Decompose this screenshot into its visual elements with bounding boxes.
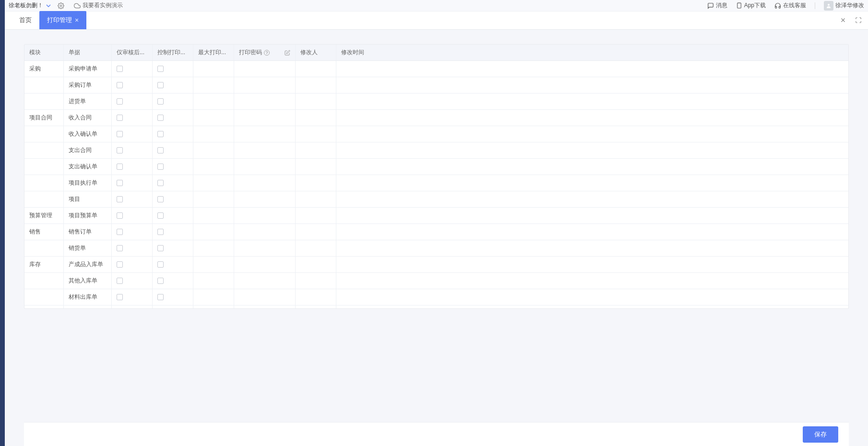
checkbox[interactable] [157, 245, 164, 251]
close-icon[interactable]: × [75, 17, 79, 23]
checkbox[interactable] [117, 294, 123, 300]
checkbox[interactable] [117, 229, 123, 235]
checkbox[interactable] [117, 261, 123, 268]
cell-checkbox [112, 257, 153, 272]
checkbox[interactable] [117, 278, 123, 284]
demo-link[interactable]: 我要看实例演示 [74, 1, 123, 10]
cell-doc: 采购订单 [64, 77, 112, 93]
cell-checkbox [153, 208, 193, 223]
cell-empty [296, 257, 336, 272]
checkbox[interactable] [157, 212, 164, 219]
checkbox[interactable] [117, 66, 123, 72]
cell-checkbox [112, 273, 153, 289]
th-print-password-label: 打印密码 [239, 48, 262, 57]
app-download-label: App下载 [744, 1, 766, 10]
cell-module [24, 159, 64, 175]
online-support-link[interactable]: 在线客服 [774, 1, 806, 10]
cell-empty [193, 142, 234, 158]
tab-home[interactable]: 首页 [12, 11, 39, 29]
cell-checkbox [112, 305, 153, 308]
cell-checkbox [153, 240, 193, 256]
th-modify-time: 修改时间 [336, 45, 848, 60]
cell-empty [193, 191, 234, 207]
tab-home-label: 首页 [19, 16, 32, 24]
svg-rect-1 [737, 3, 741, 8]
checkbox[interactable] [117, 212, 123, 219]
checkbox[interactable] [117, 147, 123, 153]
checkbox[interactable] [117, 180, 123, 186]
cell-checkbox [112, 61, 153, 77]
cell-module [24, 175, 64, 191]
checkbox[interactable] [157, 131, 164, 137]
message-icon [707, 2, 714, 9]
cell-empty [193, 110, 234, 126]
cell-module: 项目合同 [24, 110, 64, 126]
cell-checkbox [112, 175, 153, 191]
cell-module [24, 142, 64, 158]
cell-checkbox [112, 77, 153, 93]
checkbox[interactable] [157, 164, 164, 170]
x-icon [840, 17, 846, 23]
app-download-link[interactable]: App下载 [736, 1, 766, 10]
user-name: 徐泽华修改 [835, 1, 864, 10]
org-selector[interactable]: 徐老板勿删！ [9, 1, 51, 10]
edit-icon[interactable] [285, 50, 290, 56]
cell-empty [336, 305, 848, 308]
user-menu[interactable]: 徐泽华修改 [824, 1, 864, 11]
gear-icon[interactable] [58, 2, 64, 9]
cell-empty [336, 208, 848, 223]
checkbox[interactable] [157, 294, 164, 300]
checkbox[interactable] [117, 115, 123, 121]
checkbox[interactable] [157, 261, 164, 268]
cell-empty [336, 159, 848, 175]
checkbox[interactable] [157, 147, 164, 153]
cell-checkbox [112, 142, 153, 158]
cell-empty [234, 77, 296, 93]
table-row: 销售销售订单 [24, 224, 848, 240]
cell-empty [296, 159, 336, 175]
checkbox[interactable] [157, 66, 164, 72]
help-icon[interactable]: ? [264, 50, 270, 56]
table-row: 采购采购申请单 [24, 61, 848, 77]
th-max-print: 最大打印... [193, 45, 234, 60]
cell-empty [296, 191, 336, 207]
close-all-tabs-button[interactable] [838, 15, 848, 25]
fullscreen-button[interactable] [854, 15, 863, 25]
cell-doc: 材料出库单 [64, 289, 112, 305]
cell-checkbox [153, 159, 193, 175]
messages-label: 消息 [716, 1, 727, 10]
cell-doc: 销售订单 [64, 224, 112, 240]
cell-empty [234, 94, 296, 109]
tab-print-management[interactable]: 打印管理 × [39, 11, 86, 29]
checkbox[interactable] [117, 196, 123, 202]
checkbox[interactable] [117, 131, 123, 137]
cell-empty [234, 208, 296, 223]
cell-checkbox [153, 191, 193, 207]
cell-empty [193, 257, 234, 272]
chevron-down-icon [46, 3, 51, 8]
checkbox[interactable] [117, 98, 123, 105]
th-control-print: 控制打印... [153, 45, 193, 60]
print-settings-table: 模块 单据 仅审核后... 控制打印... 最大打印... 打印密码 ? 修改人… [24, 44, 849, 309]
cell-doc: 收入合同 [64, 110, 112, 126]
messages-link[interactable]: 消息 [707, 1, 727, 10]
checkbox[interactable] [157, 180, 164, 186]
footer: 保存 [24, 422, 849, 446]
checkbox[interactable] [157, 229, 164, 235]
checkbox[interactable] [157, 82, 164, 88]
th-doc: 单据 [64, 45, 112, 60]
checkbox[interactable] [157, 278, 164, 284]
checkbox[interactable] [117, 82, 123, 88]
cell-module [24, 126, 64, 142]
checkbox[interactable] [157, 115, 164, 121]
table-body[interactable]: 采购采购申请单采购订单进货单项目合同收入合同收入确认单支出合同支出确认单项目执行… [24, 61, 848, 308]
save-button[interactable]: 保存 [803, 426, 838, 443]
cell-empty [336, 224, 848, 240]
checkbox[interactable] [157, 196, 164, 202]
checkbox[interactable] [117, 245, 123, 251]
cell-empty [296, 77, 336, 93]
cell-checkbox [153, 305, 193, 308]
cell-checkbox [153, 142, 193, 158]
checkbox[interactable] [157, 98, 164, 105]
checkbox[interactable] [117, 164, 123, 170]
